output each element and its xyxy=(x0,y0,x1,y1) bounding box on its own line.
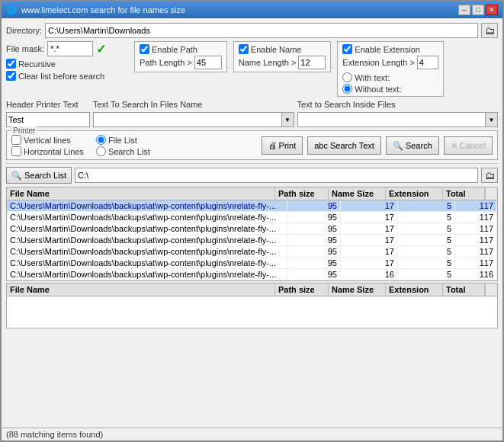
enable-name-section: Enable Name Name Length > xyxy=(233,41,332,72)
recursive-label: Recursive xyxy=(18,59,56,69)
enable-extension-checkbox[interactable] xyxy=(342,44,352,54)
vertical-lines-checkbox[interactable] xyxy=(11,135,21,145)
close-button[interactable]: ✕ xyxy=(486,5,498,15)
table-row[interactable]: C:\Users\Martin\Downloads\backups\at\wp-… xyxy=(7,223,497,235)
search-list-label: Search List xyxy=(108,147,150,156)
printer-text-field[interactable] xyxy=(6,112,90,127)
search-list-path-input[interactable] xyxy=(75,168,478,183)
bottom-table: File Name Path size Name Size Extension … xyxy=(6,283,498,328)
scrollbar-placeholder xyxy=(485,187,497,200)
table-row[interactable]: C:\Users\Martin\Downloads\backups\at\wp-… xyxy=(7,246,497,258)
col-extension: Extension xyxy=(386,187,443,200)
search-list-radio[interactable] xyxy=(96,146,106,156)
extension-length-input[interactable] xyxy=(417,56,438,69)
cell-namesize: 17 xyxy=(341,235,398,245)
search-list-button[interactable]: 🔍 Search List xyxy=(6,167,72,184)
horizontal-lines-label: Horizontal Lines xyxy=(24,147,84,156)
cell-pathsize: 95 xyxy=(287,212,341,223)
cell-extension: 5 xyxy=(398,212,455,223)
printer-buttons: 🖨 Print abc Search Text 🔍 Search ✕ Cance… xyxy=(262,136,493,155)
print-button[interactable]: 🖨 Print xyxy=(262,136,303,155)
enable-name-checkbox[interactable] xyxy=(239,44,249,54)
cell-pathsize: 95 xyxy=(287,258,341,268)
cell-namesize: 17 xyxy=(341,246,398,257)
bottom-table-header: File Name Path size Name Size Extension … xyxy=(7,283,497,296)
text-inside-files-field[interactable]: ▼ xyxy=(297,112,499,127)
with-text-radio[interactable] xyxy=(342,72,352,82)
file-mask-row: File mask: ✓ xyxy=(6,41,128,56)
directory-browse-button[interactable]: 🗂 xyxy=(481,23,498,38)
cell-extension: 5 xyxy=(398,246,455,257)
search-list-icon: 🔍 xyxy=(11,171,22,181)
table-row[interactable]: C:\Users\Martin\Downloads\backups\at\wp-… xyxy=(7,235,497,246)
printer-inner: Vertical lines Horizontal Lines File Lis… xyxy=(11,135,493,156)
clear-list-label: Clear list before search xyxy=(18,72,104,81)
directory-input[interactable] xyxy=(45,23,478,38)
name-length-input[interactable] xyxy=(298,56,326,69)
content-area: Directory: 🗂 File mask: ✓ Recursive Cl xyxy=(2,18,502,428)
title-bar: 🌐 www.limelect.com search for file names… xyxy=(2,2,502,18)
cell-total: 117 xyxy=(455,223,497,234)
printer-checkboxes: Vertical lines Horizontal Lines xyxy=(11,135,84,156)
col-total: Total xyxy=(443,187,485,200)
without-text-radio[interactable] xyxy=(342,84,352,94)
text-to-search-dropdown-arrow[interactable]: ▼ xyxy=(281,113,294,127)
col-namesize: Name Size xyxy=(329,187,386,200)
path-length-input[interactable] xyxy=(194,56,222,69)
text-inside-files-input[interactable] xyxy=(298,115,486,124)
checkmark-icon: ✓ xyxy=(96,42,106,56)
text-to-search-field[interactable]: ▼ xyxy=(93,112,294,127)
bottom-scrollbar xyxy=(485,283,497,296)
search-button[interactable]: 🔍 Search xyxy=(386,136,439,155)
cell-filename: C:\Users\Martin\Downloads\backups\at\wp-… xyxy=(7,235,287,245)
bottom-col-namesize: Name Size xyxy=(329,283,386,296)
enable-name-label: Enable Name xyxy=(251,45,302,54)
extension-length-label: Extension Length > xyxy=(342,58,415,67)
table-row[interactable]: C:\Users\Martin\Downloads\backups\at\wp-… xyxy=(7,200,497,212)
cell-pathsize: 95 xyxy=(287,269,341,280)
cell-total: 117 xyxy=(455,200,497,211)
clear-list-checkbox[interactable] xyxy=(6,71,16,81)
enable-extension-section: Enable Extension Extension Length > With… xyxy=(337,41,444,97)
cell-namesize: 17 xyxy=(341,223,398,234)
minimize-button[interactable]: ─ xyxy=(458,5,470,15)
horizontal-lines-checkbox[interactable] xyxy=(11,146,21,156)
cell-extension: 5 xyxy=(398,235,455,245)
cell-total: 116 xyxy=(455,269,497,280)
search-text-button[interactable]: abc Search Text xyxy=(307,136,381,155)
bottom-col-filename: File Name xyxy=(7,283,275,296)
cell-filename: C:\Users\Martin\Downloads\backups\at\wp-… xyxy=(7,258,287,268)
enable-path-section: Enable Path Path Length > xyxy=(134,41,227,72)
cell-pathsize: 95 xyxy=(287,246,341,257)
recursive-checkbox[interactable] xyxy=(6,59,16,69)
cancel-button[interactable]: ✕ Cancel xyxy=(444,136,493,155)
cell-pathsize: 95 xyxy=(287,223,341,234)
bottom-col-total: Total xyxy=(443,283,485,296)
title-bar-controls: ─ □ ✕ xyxy=(458,5,498,15)
table-row[interactable]: C:\Users\Martin\Downloads\backups\at\wp-… xyxy=(7,269,497,280)
cancel-label: Cancel xyxy=(460,141,486,150)
search-icon: 🔍 xyxy=(393,141,403,151)
printer-text-input[interactable] xyxy=(8,115,88,124)
recursive-row: Recursive xyxy=(6,59,128,69)
text-to-search-input[interactable] xyxy=(94,115,281,124)
table-row[interactable]: C:\Users\Martin\Downloads\backups\at\wp-… xyxy=(7,212,497,223)
search-list-browse-button[interactable]: 🗂 xyxy=(481,168,498,183)
cell-pathsize: 95 xyxy=(287,200,341,211)
with-text-label: With text: xyxy=(355,73,390,82)
cell-namesize: 17 xyxy=(341,212,398,223)
vertical-lines-label: Vertical lines xyxy=(24,136,71,145)
cell-extension: 5 xyxy=(398,200,455,211)
cell-filename: C:\Users\Martin\Downloads\backups\at\wp-… xyxy=(7,246,287,257)
main-window: 🌐 www.limelect.com search for file names… xyxy=(0,0,504,442)
printer-section-label: Printer xyxy=(11,127,37,135)
text-inside-files-dropdown-arrow[interactable]: ▼ xyxy=(485,113,497,127)
path-length-label: Path Length > xyxy=(140,58,192,67)
table-row[interactable]: C:\Users\Martin\Downloads\backups\at\wp-… xyxy=(7,258,497,269)
col-pathsize: Path size xyxy=(275,187,329,200)
maximize-button[interactable]: □ xyxy=(472,5,484,15)
cell-namesize: 16 xyxy=(341,269,398,280)
enable-path-checkbox[interactable] xyxy=(140,44,149,54)
file-mask-input[interactable] xyxy=(47,41,93,56)
file-list-radio[interactable] xyxy=(96,135,106,145)
